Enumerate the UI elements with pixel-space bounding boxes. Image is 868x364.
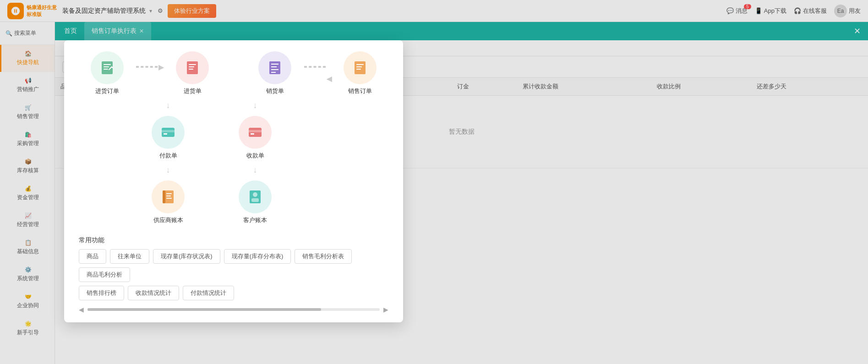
sales-bill-label: 销货单: [266, 87, 284, 95]
flow-diagram: 进货订单 ▶: [79, 51, 388, 229]
flow-node-sales-bill[interactable]: 销货单: [246, 51, 303, 95]
func-btn-receipt-stats[interactable]: 收款情况统计: [128, 286, 179, 300]
flow-node-customer-ledger[interactable]: 客户账本: [225, 180, 285, 224]
down-arrow-purchase: ↓: [138, 101, 198, 110]
svg-rect-21: [249, 130, 262, 132]
svg-rect-26: [166, 196, 171, 196]
common-functions: 常用功能 商品 往来单位 现存量(库存状况表) 现存量(库存分布表) 销售毛利分…: [79, 236, 388, 300]
scroll-thumb: [87, 308, 321, 311]
svg-rect-15: [356, 66, 362, 67]
func-btn-inventory-status[interactable]: 现存量(库存状况表): [153, 249, 220, 264]
purchase-order-circle: [91, 51, 124, 84]
down-arrow-payment: ↓: [138, 165, 198, 175]
svg-rect-2: [104, 66, 109, 67]
svg-rect-25: [166, 193, 172, 194]
func-btn-product-margin[interactable]: 商品毛利分析: [79, 267, 130, 282]
flow-row-arrows: ↓ ↓: [138, 100, 388, 111]
arrow-sales-bill-from-order: [304, 66, 326, 81]
scroll-track: [87, 308, 380, 311]
payment-circle: [152, 116, 185, 149]
flow-node-purchase-bill[interactable]: 进货单: [164, 51, 220, 95]
svg-rect-4: [187, 61, 198, 74]
sales-order-circle: [344, 51, 377, 84]
scroll-right-arrow[interactable]: ▶: [383, 306, 388, 313]
flow-row-arrows-2: ↓ ↓: [138, 164, 388, 176]
svg-rect-24: [163, 190, 165, 203]
receipt-circle: [239, 116, 272, 149]
svg-rect-6: [189, 66, 194, 67]
func-btn-sales-margin[interactable]: 销售毛利分析表: [295, 249, 352, 264]
down-arrow-sales: ↓: [225, 101, 285, 110]
flow-row-2: 付款单 收款单: [79, 116, 388, 160]
purchase-order-label: 进货订单: [95, 87, 119, 95]
svg-rect-13: [355, 61, 366, 74]
svg-rect-3: [104, 69, 108, 70]
flow-node-sales-order[interactable]: 销售订单: [332, 51, 388, 95]
supplier-ledger-label: 供应商账本: [153, 216, 183, 224]
func-btn-product[interactable]: 商品: [79, 249, 106, 264]
func-buttons-row-1: 商品 往来单位 现存量(库存状况表) 现存量(库存分布表) 销售毛利分析表 商品…: [79, 249, 388, 282]
func-btn-payment-stats[interactable]: 付款情况统计: [183, 286, 234, 300]
flow-node-receipt[interactable]: 收款单: [225, 116, 285, 160]
arrow-head-1: ▶: [158, 63, 164, 84]
purchase-bill-label: 进货单: [184, 87, 202, 95]
scroll-left-arrow[interactable]: ◀: [79, 306, 84, 313]
flow-node-payment[interactable]: 付款单: [138, 116, 198, 160]
svg-rect-19: [164, 133, 167, 135]
flow-row-1: 进货订单 ▶: [79, 51, 388, 95]
svg-rect-27: [166, 198, 172, 199]
customer-ledger-circle: [239, 180, 272, 213]
flow-node-supplier-ledger[interactable]: 供应商账本: [138, 180, 198, 224]
purchase-bill-circle: [176, 51, 209, 84]
svg-rect-1: [104, 64, 111, 65]
svg-rect-16: [356, 69, 361, 70]
svg-rect-14: [356, 64, 364, 65]
sales-order-label: 销售订单: [348, 87, 372, 95]
arrow-head-2: ▶: [327, 63, 332, 84]
common-functions-title: 常用功能: [79, 236, 388, 244]
func-btn-inventory-dist[interactable]: 现存量(库存分布表): [224, 249, 291, 264]
svg-rect-7: [189, 69, 193, 70]
arrow-purchase-order-to-bill: [136, 66, 158, 81]
svg-rect-22: [251, 133, 254, 135]
flow-row-3: 供应商账本 客户账本: [79, 180, 388, 224]
flow-node-purchase-order[interactable]: 进货订单: [79, 51, 135, 95]
func-buttons-row-2: 销售排行榜 收款情况统计 付款情况统计: [79, 286, 388, 300]
sales-bill-circle: [258, 51, 291, 84]
func-btn-sales-ranking[interactable]: 销售排行榜: [79, 286, 124, 300]
customer-ledger-label: 客户账本: [243, 216, 267, 224]
receipt-label: 收款单: [246, 152, 264, 160]
scrollbar-hint: ◀ ▶: [79, 306, 388, 313]
payment-label: 付款单: [159, 152, 177, 160]
supplier-ledger-circle: [152, 180, 185, 213]
func-btn-counterparty[interactable]: 往来单位: [110, 249, 149, 264]
quick-guide-popup: 进货订单 ▶: [64, 40, 403, 322]
svg-rect-18: [162, 130, 175, 132]
svg-point-29: [253, 192, 257, 197]
svg-rect-30: [251, 198, 259, 202]
down-arrow-receipt: ↓: [225, 165, 285, 175]
svg-rect-5: [189, 64, 196, 65]
